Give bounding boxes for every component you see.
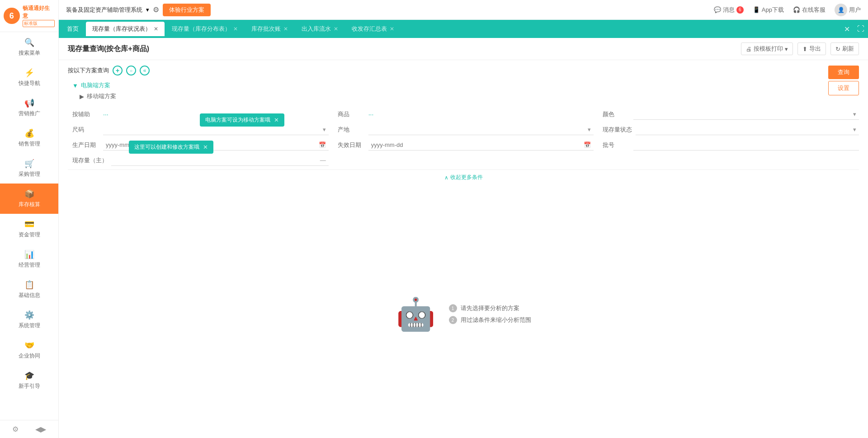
finance-icon: 💳 (24, 219, 34, 229)
system-name: 装备及固定资产辅助管理系统 (66, 6, 142, 14)
scheme-arrow-mobile: ▶ (80, 93, 84, 100)
online-service-label: 在线客服 (802, 6, 826, 14)
scheme-label-desktop: 电脑端方案 (81, 81, 110, 89)
tab-inout-flow-close[interactable]: ✕ (334, 26, 338, 32)
tab-inventory-status-label: 现存量（库存状况表） (92, 25, 151, 33)
filter-goods-dots[interactable]: ··· (368, 111, 374, 118)
filter-origin-select[interactable]: ▾ (368, 124, 594, 135)
export-button[interactable]: ⬆ 导出 (797, 42, 826, 55)
user-label: 用户 (849, 6, 861, 14)
system-icon: ⚙️ (24, 310, 34, 320)
sidebar-item-sales[interactable]: 💰 销售管理 (0, 123, 58, 153)
chevron-color-icon: ▾ (853, 111, 856, 118)
stock-qty-min[interactable] (114, 157, 318, 164)
sidebar-item-purchase[interactable]: 🛒 采购管理 (0, 153, 58, 184)
industry-button[interactable]: 体验行业方案 (163, 4, 211, 16)
sidebar-item-finance[interactable]: 💳 资金管理 (0, 214, 58, 244)
scheme-item-mobile[interactable]: ▶ 移动端方案 (80, 91, 859, 102)
filter-produce-date-label: 生产日期 (72, 141, 99, 149)
tab-recv-summary-label: 收发存汇总表 (352, 25, 387, 33)
filter-size-label: 尺码 (72, 126, 99, 134)
filter-area: 按以下方案查询 + ○ « ▼ 电脑端方案 ▶ 移动端方案 (59, 60, 868, 190)
batch-input[interactable] (633, 140, 859, 151)
desktop-scheme-tooltip: 电脑方案可设为移动方案哦 ✕ (200, 113, 284, 127)
collapse-sidebar-icon[interactable]: ◀▶ (35, 425, 46, 433)
topbar-settings-icon[interactable]: ⚙ (153, 5, 159, 14)
filter-goods-label: 商品 (338, 110, 365, 118)
reset-button[interactable]: 设置 (828, 81, 859, 95)
filter-warehouse-dots[interactable]: ··· (103, 111, 108, 118)
topbar-right: 💬 消息 6 📱 App下载 🎧 在线客服 👤 用户 (714, 4, 861, 16)
tab-batch-ledger-close[interactable]: ✕ (283, 26, 288, 32)
filter-color-select[interactable]: ▾ (633, 109, 859, 120)
tab-inventory-dist-close[interactable]: ✕ (233, 26, 238, 32)
template-print-button[interactable]: 🖨 按模板打印 ▾ (741, 42, 793, 55)
calendar-produce-icon[interactable]: 📅 (319, 141, 326, 148)
sidebar-item-basic[interactable]: 📋 基础信息 (0, 274, 58, 305)
enterprise-icon: 🤝 (24, 340, 34, 350)
filter-expire-date: 失效日期 📅 (338, 140, 594, 151)
tab-fullscreen-icon[interactable]: ⛶ (855, 23, 866, 35)
tab-inventory-dist-label: 现存量（库存分布表） (172, 25, 231, 33)
tooltip-desktop-close[interactable]: ✕ (274, 117, 279, 123)
page-header: 现存量查询(按仓库+商品) 🖨 按模板打印 ▾ ⬆ 导出 ↻ 刷新 (59, 38, 868, 60)
sidebar-item-quick-nav[interactable]: ⚡ 快捷导航 (0, 62, 58, 93)
tab-close-all-icon[interactable]: ✕ (842, 23, 852, 35)
filter-grid: 按辅助 ··· 商品 ··· 颜色 ▾ 尺码 (68, 105, 859, 170)
settings-bottom-icon[interactable]: ⚙ (12, 425, 19, 433)
tab-inventory-dist[interactable]: 现存量（库存分布表） ✕ (165, 22, 244, 36)
scheme-item-desktop[interactable]: ▼ 电脑端方案 (72, 80, 859, 91)
tab-batch-ledger-label: 库存批次账 (251, 25, 281, 33)
collapse-bar[interactable]: ∧ 收起更多条件 (68, 170, 859, 185)
main-area: 装备及固定资产辅助管理系统 ▾ ⚙ 体验行业方案 💬 消息 6 📱 App下载 … (59, 0, 868, 438)
tab-inout-flow-label: 出入库流水 (302, 25, 331, 33)
filter-stock-status-select[interactable]: ▾ (636, 124, 859, 135)
sales-icon: 💰 (24, 128, 34, 138)
marketing-icon: 📢 (24, 98, 34, 108)
sidebar-item-enterprise[interactable]: 🤝 企业协同 (0, 335, 58, 365)
sidebar-item-system[interactable]: ⚙️ 系统管理 (0, 305, 58, 335)
tab-inventory-status-close[interactable]: ✕ (154, 26, 158, 32)
filter-stock-qty-label: 现存量（主） (72, 156, 108, 165)
filter-add-button[interactable]: + (113, 66, 123, 75)
tooltip-scheme-close[interactable]: ✕ (203, 144, 208, 151)
tab-recv-summary-close[interactable]: ✕ (390, 26, 394, 32)
chevron-up-icon: ∧ (444, 174, 448, 181)
app-download-action[interactable]: 📱 App下载 (753, 6, 784, 14)
filter-arrow-button[interactable]: « (140, 66, 150, 75)
sidebar-item-guide[interactable]: 🎓 新手引导 (0, 365, 58, 396)
export-icon: ⬆ (802, 46, 807, 52)
tab-home[interactable]: 首页 (61, 22, 85, 36)
expire-date-field[interactable] (371, 141, 581, 148)
tab-recv-summary[interactable]: 收发存汇总表 ✕ (345, 22, 401, 36)
sidebar-item-marketing[interactable]: 📢 营销推广 (0, 93, 58, 123)
scheme-arrow-desktop: ▼ (72, 82, 78, 89)
tab-batch-ledger[interactable]: 库存批次账 ✕ (245, 22, 294, 36)
filter-expire-date-input[interactable]: 📅 (368, 140, 594, 151)
operations-icon: 📊 (24, 250, 34, 259)
sidebar-label-finance: 资金管理 (19, 231, 40, 239)
system-select[interactable]: ▾ (146, 6, 149, 13)
chevron-size-icon: ▾ (323, 126, 326, 133)
sidebar-item-operations[interactable]: 📊 经营管理 (0, 244, 58, 274)
query-buttons: 查询 设置 (828, 66, 859, 95)
scheme-list: ▼ 电脑端方案 ▶ 移动端方案 (68, 80, 859, 102)
query-button[interactable]: 查询 (828, 66, 859, 79)
refresh-button[interactable]: ↻ 刷新 (830, 42, 859, 55)
tab-inout-flow[interactable]: 出入库流水 ✕ (295, 22, 344, 36)
sidebar-item-search[interactable]: 🔍 搜索菜单 (0, 32, 58, 62)
tip-num-2: 2 (449, 316, 457, 324)
calendar-expire-icon[interactable]: 📅 (584, 141, 591, 148)
filter-circle-button[interactable]: ○ (126, 66, 136, 75)
tab-inventory-status[interactable]: 现存量（库存状况表） ✕ (86, 22, 165, 36)
filter-goods: 商品 ··· (338, 109, 594, 120)
message-action[interactable]: 💬 消息 6 (714, 6, 744, 14)
sidebar-item-inventory[interactable]: 📦 库存核算 (0, 184, 58, 214)
sidebar-nav: 🔍 搜索菜单 ⚡ 快捷导航 📢 营销推广 💰 销售管理 🛒 采购管理 📦 库存核… (0, 32, 58, 420)
user-action[interactable]: 👤 用户 (835, 4, 861, 16)
collapse-label: 收起更多条件 (450, 174, 483, 181)
printer-icon: 🖨 (746, 46, 752, 52)
online-service-action[interactable]: 🎧 在线客服 (793, 6, 826, 14)
logo-icon: 6 (4, 8, 20, 24)
sidebar-label-guide: 新手引导 (19, 382, 40, 390)
